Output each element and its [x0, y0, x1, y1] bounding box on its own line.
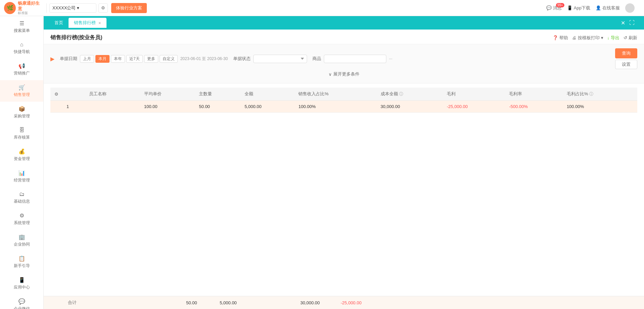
footer-gross: -25,000.00 — [337, 300, 377, 305]
date-filter: 单据日期 上月本月本年近7天更多自定义 2023-06-01 至 2023-06… — [60, 55, 228, 63]
company-selector[interactable]: XXXXX公司 ▾ — [49, 3, 96, 13]
sidebar-item-appstore[interactable]: 📱 应用中心 — [0, 273, 43, 294]
tab-sales-rank[interactable]: 销售排行榜 × — [69, 18, 106, 28]
basic-label: 基础信息 — [14, 199, 30, 204]
expand-button[interactable]: ∨ 展开更多条件 — [329, 71, 359, 77]
tab-bar: 首页 销售排行榜 × ✕ ⛶ — [44, 16, 644, 30]
sidebar-item-finance[interactable]: 💰 资金管理 — [0, 144, 43, 166]
app-download-button[interactable]: 📱 App下载 — [567, 5, 590, 11]
quick-nav-icon: ⌂ — [20, 42, 24, 48]
date-btn-近7天[interactable]: 近7天 — [126, 55, 143, 63]
avatar[interactable] — [625, 3, 635, 13]
app-download-label: App下载 — [574, 5, 590, 11]
sidebar-item-purchase[interactable]: 📦 采购管理 — [0, 102, 43, 123]
gross-pct-info-icon[interactable]: ⓘ — [589, 92, 593, 96]
help-button[interactable]: ❓ 帮助 — [553, 35, 568, 41]
col-employee: 员工名称 — [85, 88, 140, 101]
table-row: 1100.0050.005,000.00100.00%30,000.00-25,… — [50, 101, 637, 113]
date-btn-更多[interactable]: 更多 — [144, 55, 158, 63]
try-industry-button[interactable]: 体验行业方案 — [111, 3, 147, 13]
basic-icon: 🗂 — [19, 191, 25, 197]
tab-close-window-icon[interactable]: ✕ — [621, 20, 625, 26]
sidebar-item-guide[interactable]: 📋 新手引导 — [0, 251, 43, 273]
system-label: 系统管理 — [14, 220, 30, 226]
export-button[interactable]: ↓ 导出 — [607, 35, 620, 41]
header-actions: ❓ 帮助 🖨 按模板打印 ▾ ↓ 导出 ↺ — [553, 35, 638, 41]
query-buttons: 查询 设置 — [615, 48, 637, 69]
query-button[interactable]: 查询 — [615, 48, 637, 58]
sidebar-item-system[interactable]: ⚙ 系统管理 — [0, 208, 43, 230]
cell-amount: 5,000.00 — [241, 101, 295, 113]
marketing-label: 营销推广 — [14, 70, 30, 76]
cell-settings — [50, 101, 62, 113]
col-settings-icon[interactable]: ⚙ — [50, 88, 62, 101]
top-bar-right: 💬 消息 99+ 📱 App下载 👤 在线客服 — [546, 3, 640, 13]
date-btn-上月[interactable]: 上月 — [80, 55, 94, 63]
purchase-label: 采购管理 — [14, 113, 30, 119]
sidebar-item-sales[interactable]: 🛒 销售管理 — [0, 80, 43, 102]
date-btn-本年[interactable]: 本年 — [111, 55, 125, 63]
sidebar-item-wechat[interactable]: 💬 企业微信 — [0, 294, 43, 309]
settings-button[interactable]: 设置 — [615, 60, 637, 69]
export-label: 导出 — [611, 35, 619, 41]
cost-info-icon[interactable]: ⓘ — [399, 92, 403, 96]
sidebar-item-basic[interactable]: 🗂 基础信息 — [0, 187, 43, 208]
col-sales-pct: 销售收入占比% — [294, 88, 376, 101]
finance-label: 资金管理 — [14, 156, 30, 162]
col-avg-price: 平均单价 — [140, 88, 195, 101]
sales-icon: 🛒 — [18, 84, 25, 91]
finance-icon: 💰 — [18, 148, 25, 155]
wechat-label: 企业微信 — [14, 306, 30, 309]
sidebar-item-operation[interactable]: 📊 经营管理 — [0, 166, 43, 187]
logo-icon: 🌿 — [4, 2, 16, 14]
footer-amount: 5,000.00 — [216, 300, 256, 305]
gear-button[interactable]: ⚙ — [98, 3, 108, 13]
logo-area: 🌿 畅康通好生意 标准版 — [4, 1, 44, 15]
goods-input[interactable] — [324, 55, 386, 63]
logo-text: 畅康通好生意 标准版 — [18, 1, 44, 15]
sidebar-item-inventory[interactable]: 🗄 库存核算 — [0, 123, 43, 144]
search-order-label: 搜索菜单 — [14, 28, 30, 34]
main-area: ☰ 搜索菜单⌂ 快捷导航📢 营销推广🛒 销售管理📦 采购管理🗄 库存核算💰 资金… — [0, 16, 644, 309]
purchase-icon: 📦 — [18, 106, 25, 112]
goods-label: 商品 — [312, 56, 321, 62]
sidebar-item-search-order[interactable]: ☰ 搜索菜单 — [0, 16, 43, 38]
wechat-icon: 💬 — [18, 298, 25, 305]
logo-title: 畅康通好生意 — [18, 1, 44, 11]
message-button[interactable]: 💬 消息 99+ — [546, 5, 562, 11]
status-select[interactable] — [253, 55, 307, 63]
cell-main-qty: 50.00 — [195, 101, 241, 113]
tab-close-icon[interactable]: × — [98, 20, 101, 25]
phone-icon: 📱 — [567, 5, 572, 10]
cell-sales-pct: 100.00% — [294, 101, 376, 113]
date-btn-自定义[interactable]: 自定义 — [160, 55, 178, 63]
filter-toggle-btn[interactable]: ▶ — [50, 56, 54, 62]
print-dropdown-icon: ▾ — [601, 35, 603, 40]
top-bar: 🌿 畅康通好生意 标准版 XXXXX公司 ▾ ⚙ 体验行业方案 💬 消息 99+… — [0, 0, 644, 16]
chevron-down-icon: ▾ — [77, 5, 79, 10]
top-bar-divider — [46, 3, 47, 13]
goods-more-icon[interactable]: ··· — [389, 56, 392, 61]
guide-icon: 📋 — [18, 255, 25, 262]
service-icon: 👤 — [596, 5, 601, 10]
col-index — [62, 88, 85, 101]
col-gross-rate: 毛利率 — [505, 88, 562, 101]
sidebar-item-enterprise[interactable]: 🏢 企业协同 — [0, 230, 43, 251]
data-table: ⚙ 员工名称 平均单价 主数量 全额 销售收入占比% 成本全额 ⓘ 毛利 毛利率 — [50, 88, 637, 113]
refresh-button[interactable]: ↺ 刷新 — [624, 35, 637, 41]
sidebar: ☰ 搜索菜单⌂ 快捷导航📢 营销推广🛒 销售管理📦 采购管理🗄 库存核算💰 资金… — [0, 16, 44, 309]
online-service-button[interactable]: 👤 在线客服 — [596, 5, 620, 11]
footer-qty: 50.00 — [182, 300, 216, 305]
content-spacer — [44, 194, 644, 296]
guide-label: 新手引导 — [14, 263, 30, 269]
tab-home[interactable]: 首页 — [49, 20, 69, 26]
tab-maximize-icon[interactable]: ⛶ — [629, 20, 635, 26]
sidebar-item-quick-nav[interactable]: ⌂ 快捷导航 — [0, 38, 43, 59]
sidebar-item-marketing[interactable]: 📢 营销推广 — [0, 59, 43, 80]
print-button[interactable]: 🖨 按模板打印 ▾ — [572, 35, 603, 41]
date-btn-本月[interactable]: 本月 — [95, 55, 110, 63]
table-header-row: ⚙ 员工名称 平均单价 主数量 全额 销售收入占比% 成本全额 ⓘ 毛利 毛利率 — [50, 88, 637, 101]
filter-area: ▶ 单据日期 上月本月本年近7天更多自定义 2023-06-01 至 2023-… — [44, 44, 644, 84]
enterprise-icon: 🏢 — [18, 234, 25, 240]
cell-employee — [85, 101, 140, 113]
